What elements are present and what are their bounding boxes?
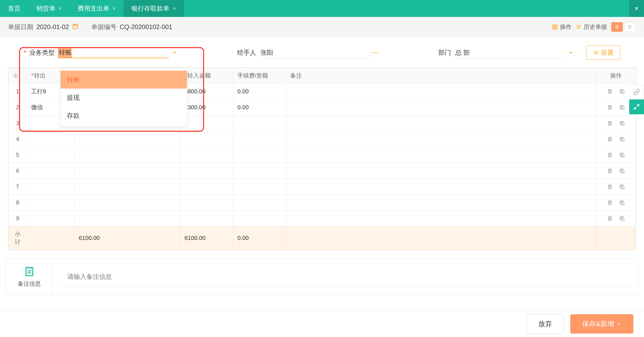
cell-fee[interactable] (233, 163, 286, 179)
copy-row-button[interactable] (619, 89, 625, 94)
delete-row-button[interactable] (607, 152, 613, 158)
table-row[interactable]: 8 (8, 195, 636, 211)
cell-in-amount[interactable] (180, 147, 233, 163)
close-icon[interactable]: × (113, 6, 116, 12)
view-form-button[interactable] (624, 22, 636, 32)
ops-label: 操作 (560, 23, 572, 31)
tab-bank-transfer[interactable]: 银行存取款单× (123, 0, 184, 17)
cell-out-account[interactable] (27, 211, 75, 226)
cell-out-amount[interactable] (75, 147, 180, 163)
chevron-down-icon[interactable] (568, 50, 574, 56)
handler-input[interactable] (259, 47, 370, 58)
dropdown-option-withdraw[interactable]: 提现 (61, 89, 187, 107)
cell-out-account[interactable] (27, 131, 75, 147)
copy-row-button[interactable] (619, 216, 625, 221)
cell-fee[interactable] (233, 211, 286, 226)
cell-fee[interactable] (233, 115, 286, 131)
copy-row-button[interactable] (619, 120, 625, 126)
copy-row-button[interactable] (619, 104, 625, 110)
settings-button[interactable]: 设置 (586, 45, 620, 60)
cell-out-account[interactable] (27, 195, 75, 211)
cell-remark[interactable] (286, 115, 596, 131)
delete-row-button[interactable] (607, 120, 613, 126)
table-row[interactable]: 4 (8, 131, 636, 147)
delete-row-button[interactable] (607, 168, 613, 174)
cell-remark[interactable] (286, 84, 596, 99)
attachment-widget[interactable] (629, 85, 644, 99)
table-row[interactable]: 5 (8, 147, 636, 163)
cell-out-amount[interactable] (75, 131, 180, 147)
cell-in-amount[interactable] (180, 195, 233, 211)
remark-section: 备注信息 (5, 258, 639, 295)
delete-row-button[interactable] (607, 184, 613, 190)
cell-remark[interactable] (286, 131, 596, 147)
expand-widget[interactable] (629, 99, 644, 114)
delete-row-button[interactable] (607, 216, 613, 221)
chevron-up-icon[interactable] (172, 50, 177, 56)
date-value[interactable]: 2020-01-02 (36, 23, 69, 31)
delete-row-button[interactable] (607, 104, 613, 110)
remark-input[interactable] (61, 266, 631, 287)
cell-out-amount[interactable] (75, 211, 180, 226)
history-link[interactable]: 历史单据 (576, 23, 607, 31)
cell-out-amount[interactable] (75, 195, 180, 211)
copy-row-button[interactable] (619, 136, 625, 142)
discard-button[interactable]: 放弃 (526, 314, 564, 334)
more-icon[interactable]: ··· (372, 49, 379, 56)
row-index: 8 (8, 195, 27, 211)
cell-remark[interactable] (286, 147, 596, 163)
cell-in-amount[interactable] (180, 163, 233, 179)
cell-in-amount[interactable] (180, 211, 233, 226)
view-list-button[interactable] (611, 22, 623, 32)
ops-menu[interactable]: 操作 (552, 23, 572, 31)
delete-row-button[interactable] (607, 89, 613, 94)
calendar-icon[interactable] (72, 23, 79, 31)
cell-out-account[interactable] (27, 179, 75, 195)
close-icon[interactable]: × (59, 6, 62, 12)
subtotal-in: 6100.00 (180, 226, 233, 250)
table-row[interactable]: 6 (8, 163, 636, 179)
tab-sales[interactable]: 销货单× (29, 0, 70, 17)
cell-out-amount[interactable] (75, 163, 180, 179)
tab-expense[interactable]: 费用支出单× (70, 0, 124, 17)
cell-remark[interactable] (286, 99, 596, 115)
tab-home[interactable]: 首页 (0, 0, 29, 17)
gear-icon (593, 50, 599, 56)
cell-fee[interactable] (233, 179, 286, 195)
cell-in-amount[interactable] (180, 131, 233, 147)
cell-remark[interactable] (286, 179, 596, 195)
biz-type-input[interactable] (58, 47, 169, 58)
cell-fee[interactable] (233, 147, 286, 163)
cell-in-amount[interactable] (180, 179, 233, 195)
save-and-new-button[interactable]: 保存&新增 (570, 314, 633, 334)
cell-out-account[interactable] (27, 163, 75, 179)
dept-input[interactable] (454, 47, 565, 58)
cell-fee[interactable] (233, 195, 286, 211)
table-row[interactable]: 9 (8, 211, 636, 226)
copy-row-button[interactable] (619, 184, 625, 190)
cell-out-account[interactable] (27, 147, 75, 163)
cell-in-amount[interactable] (180, 115, 233, 131)
cell-in-amount[interactable]: 2300.00 (180, 99, 233, 115)
cell-out-amount[interactable] (75, 179, 180, 195)
dropdown-option-transfer[interactable]: 转账 (61, 71, 187, 89)
delete-row-button[interactable] (607, 136, 613, 142)
copy-row-button[interactable] (619, 200, 625, 206)
delete-row-button[interactable] (607, 200, 613, 206)
cell-fee[interactable] (233, 131, 286, 147)
column-config[interactable] (8, 68, 27, 84)
cell-remark[interactable] (286, 195, 596, 211)
close-panel-button[interactable] (629, 0, 644, 17)
table-row[interactable]: 7 (8, 179, 636, 195)
cell-in-amount[interactable]: 3800.00 (180, 84, 233, 99)
cell-remark[interactable] (286, 163, 596, 179)
close-icon[interactable]: × (173, 6, 176, 12)
tab-label: 销货单 (36, 4, 56, 13)
cell-fee[interactable]: 0.00 (233, 99, 286, 115)
remark-label-block: 备注信息 (6, 258, 53, 295)
cell-fee[interactable]: 0.00 (233, 84, 286, 99)
copy-row-button[interactable] (619, 168, 625, 174)
dropdown-option-deposit[interactable]: 存款 (61, 107, 187, 125)
copy-row-button[interactable] (619, 152, 625, 158)
cell-remark[interactable] (286, 211, 596, 226)
